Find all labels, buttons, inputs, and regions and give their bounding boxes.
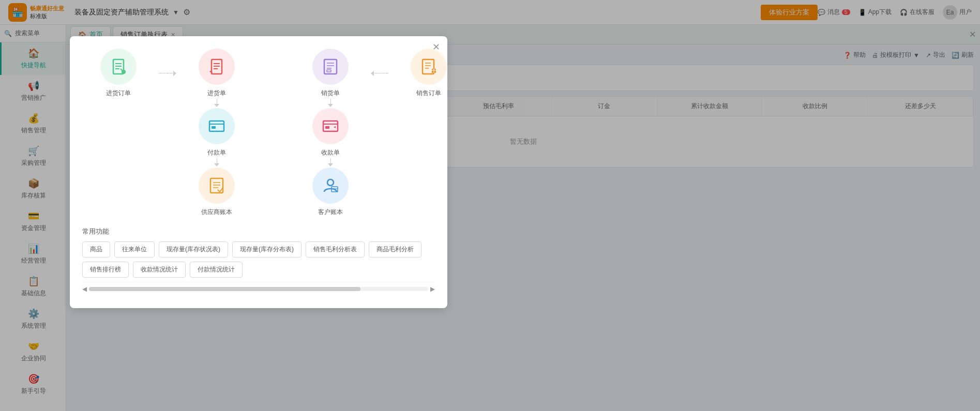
flow-circle-payment <box>199 108 235 144</box>
scroll-bar-area: ◀ ▶ <box>82 282 435 296</box>
flow-item-purchase-order: 进货订单 <box>100 49 137 98</box>
flow-label-payment: 付款单 <box>207 148 226 157</box>
cf-btn-sales-rank[interactable]: 销售排行榜 <box>82 262 129 278</box>
common-functions-title: 常用功能 <box>82 227 435 236</box>
svg-rect-26 <box>325 126 329 129</box>
flow-item-supplier-account: 供应商账本 <box>199 168 235 217</box>
cf-btn-product[interactable]: 商品 <box>82 241 110 257</box>
flow-circle-sales-order <box>411 49 447 85</box>
svg-point-31 <box>327 179 334 186</box>
arrow-down-sales-bill <box>328 98 333 108</box>
flow-circle-supplier-account <box>199 168 235 204</box>
flow-circle-purchase-order <box>100 49 137 85</box>
cf-btn-product-margin[interactable]: 商品毛利分析 <box>369 241 421 257</box>
scroll-track[interactable] <box>89 287 428 291</box>
flow-label-supplier-account: 供应商账本 <box>201 208 232 217</box>
flow-circle-receipt <box>312 108 349 144</box>
cf-btn-receipt-stats[interactable]: 收款情况统计 <box>133 262 186 278</box>
flow-label-receipt: 收款单 <box>321 148 340 157</box>
flow-circle-sales-bill <box>312 49 349 85</box>
flow-label-purchase-bill: 进货单 <box>207 89 226 98</box>
arrow-down-purchase-bill <box>214 98 219 108</box>
flow-label-customer-account: 客户账本 <box>318 208 343 217</box>
cf-btn-stock-status[interactable]: 现存量(库存状况表) <box>159 241 228 257</box>
cf-btn-partner[interactable]: 往来单位 <box>114 241 155 257</box>
flow-item-receipt: 收款单 <box>312 108 349 157</box>
common-functions: 常用功能 商品 往来单位 现存量(库存状况表) 现存量(库存分布表) 销售毛利分… <box>82 227 435 278</box>
svg-rect-24 <box>323 121 338 131</box>
common-functions-row1: 商品 往来单位 现存量(库存状况表) 现存量(库存分布表) 销售毛利分析表 商品… <box>82 241 435 257</box>
scroll-right-btn[interactable]: ▶ <box>430 285 435 293</box>
scroll-left-btn[interactable]: ◀ <box>82 285 87 293</box>
arrow-sales-order-to-bill <box>371 71 388 76</box>
svg-point-4 <box>122 70 126 74</box>
arrow-down-receipt <box>328 157 333 168</box>
common-functions-row2: 销售排行榜 收款情况统计 付款情况统计 <box>82 262 435 278</box>
modal-close-btn[interactable]: ✕ <box>432 41 440 53</box>
cf-btn-stock-dist[interactable]: 现存量(库存分布表) <box>232 241 301 257</box>
arrow-down-payment <box>214 157 219 168</box>
flow-item-purchase-bill: 进货单 <box>199 49 235 98</box>
flow-item-sales-order: 销售订单 <box>411 49 447 98</box>
scroll-thumb[interactable] <box>89 287 360 291</box>
flow-label-sales-order: 销售订单 <box>416 89 441 98</box>
flow-item-sales-bill: 销货单 <box>312 49 349 98</box>
flow-circle-purchase-bill <box>199 49 235 85</box>
flow-circle-customer-account <box>312 168 349 204</box>
svg-rect-13 <box>327 70 331 72</box>
cf-btn-payment-stats[interactable]: 付款情况统计 <box>190 262 243 278</box>
flow-item-payment: 付款单 <box>199 108 235 157</box>
flow-modal-overlay[interactable]: ✕ 进货订单 进货单 <box>0 0 980 411</box>
cf-btn-sales-margin[interactable]: 销售毛利分析表 <box>306 241 365 257</box>
svg-rect-21 <box>209 121 224 131</box>
flow-label-sales-bill: 销货单 <box>321 89 340 98</box>
svg-rect-23 <box>212 126 216 129</box>
flow-diagram: 进货订单 进货单 销货单 <box>82 49 435 217</box>
arrow-purchase-to-bill <box>159 71 176 76</box>
flow-item-customer-account: 客户账本 <box>312 168 349 217</box>
flow-label-purchase-order: 进货订单 <box>106 89 131 98</box>
flow-modal: ✕ 进货订单 进货单 <box>70 36 447 308</box>
